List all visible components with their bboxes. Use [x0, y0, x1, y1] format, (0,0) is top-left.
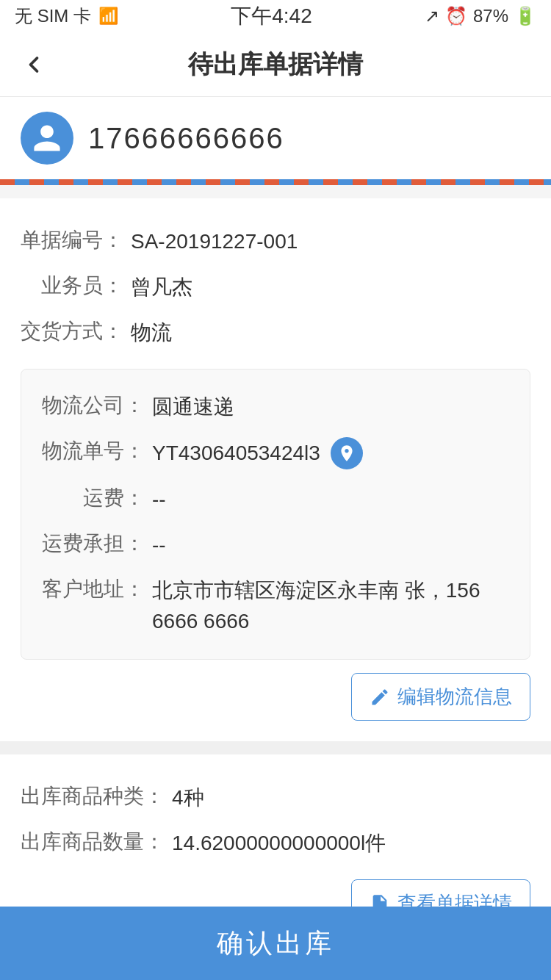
customer-phone: 17666666666 — [88, 122, 284, 155]
freight-bearer-value: -- — [152, 530, 509, 561]
goods-quantity-row: 出库商品数量： 14.62000000000000l件 — [0, 821, 551, 866]
logistics-card: 物流公司： 圆通速递 物流单号： YT43064053424l3 运费： -- … — [21, 369, 530, 660]
logistics-company-value: 圆通速递 — [152, 392, 509, 422]
address-row: 客户地址： 北京市市辖区海淀区永丰南 张，156 6666 6666 — [21, 568, 530, 644]
tracking-number-value: YT43064053424l3 — [152, 438, 320, 469]
freight-label: 运费： — [42, 484, 152, 512]
status-time: 下午4:42 — [231, 2, 312, 30]
order-info-section: 单据编号： SA-20191227-001 业务员： 曾凡杰 交货方式： 物流 … — [0, 198, 551, 741]
status-bar: 无 SIM 卡 📶 下午4:42 ↗ ⏰ 87% 🔋 — [0, 0, 551, 32]
map-pin-icon — [337, 444, 356, 463]
back-button[interactable] — [21, 51, 47, 78]
freight-bearer-row: 运费承担： -- — [21, 522, 530, 568]
sales-person-label: 业务员： — [21, 272, 131, 300]
tracking-number-row: 物流单号： YT43064053424l3 — [21, 430, 530, 477]
nav-bar: 待出库单据详情 — [0, 32, 551, 97]
goods-types-label: 出库商品种类： — [21, 782, 172, 810]
edit-logistics-button[interactable]: 编辑物流信息 — [351, 673, 530, 721]
section-divider — [0, 741, 551, 754]
wifi-icon: 📶 — [98, 7, 118, 26]
sales-person-row: 业务员： 曾凡杰 — [0, 264, 551, 310]
address-label: 客户地址： — [42, 575, 152, 603]
battery-icon: 🔋 — [514, 6, 536, 26]
goods-quantity-label: 出库商品数量： — [21, 828, 172, 856]
delivery-method-row: 交货方式： 物流 — [0, 310, 551, 356]
page-title: 待出库单据详情 — [188, 48, 363, 82]
goods-types-value: 4种 — [172, 782, 530, 813]
carrier-text: 无 SIM 卡 — [15, 4, 91, 28]
address-value: 北京市市辖区海淀区永丰南 张，156 6666 6666 — [152, 575, 509, 637]
battery-percent: 87% — [473, 6, 508, 26]
freight-bearer-label: 运费承担： — [42, 530, 152, 558]
delivery-method-value: 物流 — [131, 317, 530, 348]
status-left: 无 SIM 卡 📶 — [15, 4, 118, 28]
goods-quantity-value: 14.62000000000000l件 — [172, 828, 530, 859]
edit-icon — [370, 687, 390, 707]
customer-avatar — [21, 112, 73, 165]
freight-value: -- — [152, 484, 509, 515]
avatar-icon — [31, 122, 63, 154]
goods-types-row: 出库商品种类： 4种 — [0, 775, 551, 821]
tracking-number-value-row: YT43064053424l3 — [152, 437, 363, 469]
map-pin-button[interactable] — [331, 437, 363, 469]
edit-btn-row: 编辑物流信息 — [0, 660, 551, 721]
confirm-button-label: 确认出库 — [217, 926, 334, 962]
tracking-number-label: 物流单号： — [42, 437, 152, 465]
order-number-row: 单据编号： SA-20191227-001 — [0, 219, 551, 264]
edit-logistics-label: 编辑物流信息 — [397, 684, 512, 710]
logistics-company-label: 物流公司： — [42, 392, 152, 419]
order-number-label: 单据编号： — [21, 226, 131, 254]
confirm-button-bar[interactable]: 确认出库 — [0, 907, 551, 980]
status-right: ↗ ⏰ 87% 🔋 — [425, 6, 536, 26]
customer-header: 17666666666 — [0, 97, 551, 179]
order-number-value: SA-20191227-001 — [131, 226, 530, 257]
alarm-icon: ⏰ — [445, 6, 467, 26]
logistics-company-row: 物流公司： 圆通速递 — [21, 384, 530, 430]
delivery-method-label: 交货方式： — [21, 317, 131, 345]
location-icon: ↗ — [425, 6, 439, 26]
freight-row: 运费： -- — [21, 477, 530, 522]
dashed-border — [0, 179, 551, 185]
sales-person-value: 曾凡杰 — [131, 272, 530, 303]
